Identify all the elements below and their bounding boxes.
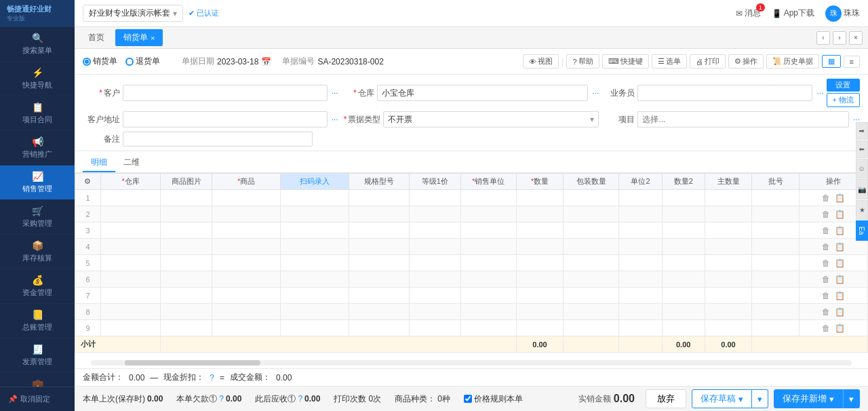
layout-btn2[interactable]: ≡	[844, 56, 860, 68]
company-selector[interactable]: 好业财专业版演示帐套 ▾	[83, 5, 183, 22]
copy-icon[interactable]: 📋	[835, 242, 845, 252]
row-main-qty[interactable]	[705, 239, 752, 255]
sidebar-item-quicknav[interactable]: ⚡ 快捷导航	[0, 62, 75, 96]
row-price1[interactable]	[409, 255, 460, 271]
row-batch[interactable]	[752, 206, 800, 222]
row-main-qty[interactable]	[705, 222, 752, 239]
receivable-help-icon[interactable]: ?	[298, 394, 302, 404]
row-pack-qty[interactable]	[564, 190, 619, 206]
row-product[interactable]	[212, 255, 281, 271]
row-scan[interactable]	[281, 222, 349, 239]
th-spec[interactable]: 规格型号	[349, 174, 409, 190]
row-scan[interactable]	[281, 320, 349, 336]
row-sale-unit[interactable]	[460, 304, 516, 320]
row-qty2[interactable]	[662, 190, 705, 206]
copy-icon[interactable]: 📋	[835, 210, 845, 219]
operate-button[interactable]: ⚙ 操作	[728, 54, 764, 68]
th-scan[interactable]: 扫码录入	[281, 174, 349, 190]
sidebar-item-finance[interactable]: 💰 资金管理	[0, 269, 75, 304]
row-batch[interactable]	[752, 288, 800, 304]
row-batch[interactable]	[752, 239, 800, 255]
price-check-checkbox[interactable]	[464, 395, 472, 403]
staff-input[interactable]	[637, 85, 812, 101]
row-qty[interactable]	[516, 222, 564, 239]
row-sale-unit[interactable]	[460, 222, 516, 239]
row-qty2[interactable]	[662, 271, 705, 288]
row-qty[interactable]	[516, 255, 564, 271]
horizontal-scrollbar[interactable]	[91, 360, 852, 366]
sidebar-item-tax[interactable]: 💼 税务管理	[0, 373, 75, 387]
row-spec[interactable]	[349, 271, 409, 288]
row-batch[interactable]	[752, 320, 800, 336]
row-spec[interactable]	[349, 320, 409, 336]
logistics-button[interactable]: + 物流	[827, 93, 860, 107]
row-qty[interactable]	[516, 288, 564, 304]
row-product[interactable]	[212, 304, 281, 320]
row-product[interactable]	[212, 222, 281, 239]
copy-icon[interactable]: 📋	[835, 258, 845, 268]
radio-sale[interactable]: 销货单	[83, 56, 117, 67]
row-qty[interactable]	[516, 304, 564, 320]
row-qty2[interactable]	[662, 304, 705, 320]
help-icon2[interactable]: ?	[210, 373, 214, 383]
row-warehouse[interactable]	[100, 222, 160, 239]
row-price1[interactable]	[409, 206, 460, 222]
row-unit2[interactable]	[619, 320, 662, 336]
row-warehouse[interactable]	[100, 255, 160, 271]
row-scan[interactable]	[281, 239, 349, 255]
address-dots[interactable]: ···	[332, 115, 338, 124]
row-main-qty[interactable]	[705, 304, 752, 320]
row-product-img[interactable]	[161, 206, 212, 222]
row-product[interactable]	[212, 190, 281, 206]
row-scan[interactable]	[281, 288, 349, 304]
project-input[interactable]	[637, 111, 849, 128]
th-product[interactable]: *商品	[212, 174, 281, 190]
calendar-icon[interactable]: 📅	[261, 57, 271, 66]
row-product-img[interactable]	[161, 320, 212, 336]
float-btn-star[interactable]: ★	[856, 200, 868, 220]
row-unit2[interactable]	[619, 271, 662, 288]
th-batch[interactable]: 批号	[752, 174, 800, 190]
th-product-img[interactable]: 商品图片	[161, 174, 212, 190]
row-price1[interactable]	[409, 271, 460, 288]
select-button[interactable]: ☰ 选单	[652, 54, 687, 68]
shortcut-button[interactable]: ⌨ 快捷键	[602, 54, 649, 68]
row-qty2[interactable]	[662, 222, 705, 239]
scrollbar-thumb[interactable]	[125, 360, 260, 366]
abandon-button[interactable]: 放弃	[646, 389, 686, 408]
row-unit2[interactable]	[619, 190, 662, 206]
th-price1[interactable]: 等级1价	[409, 174, 460, 190]
th-unit2[interactable]: 单位2	[619, 174, 662, 190]
invoice-select[interactable]: 不开票 ▾	[383, 111, 599, 128]
th-pack-qty[interactable]: 包装数量	[564, 174, 619, 190]
row-scan[interactable]	[281, 190, 349, 206]
row-product-img[interactable]	[161, 222, 212, 239]
row-qty2[interactable]	[662, 320, 705, 336]
row-qty[interactable]	[516, 206, 564, 222]
layout-btn1[interactable]: ▦	[822, 55, 841, 68]
delete-icon[interactable]: 🗑	[822, 291, 830, 300]
row-price1[interactable]	[409, 222, 460, 239]
row-unit2[interactable]	[619, 206, 662, 222]
row-main-qty[interactable]	[705, 320, 752, 336]
row-product[interactable]	[212, 288, 281, 304]
customer-input[interactable]	[123, 85, 328, 101]
row-warehouse[interactable]	[100, 304, 160, 320]
staff-dots[interactable]: ···	[816, 88, 823, 98]
row-unit2[interactable]	[619, 288, 662, 304]
float-btn-smile[interactable]: ☺	[856, 159, 868, 178]
row-batch[interactable]	[752, 304, 800, 320]
row-sale-unit[interactable]	[460, 320, 516, 336]
row-pack-qty[interactable]	[564, 320, 619, 336]
delete-icon[interactable]: 🗑	[822, 226, 830, 235]
row-main-qty[interactable]	[705, 190, 752, 206]
row-pack-qty[interactable]	[564, 255, 619, 271]
row-product-img[interactable]	[161, 271, 212, 288]
copy-icon[interactable]: 📋	[835, 307, 845, 317]
float-btn-2[interactable]: ⬇	[856, 140, 868, 158]
app-download-button[interactable]: 📱 App下载	[772, 7, 814, 19]
save-new-button[interactable]: 保存并新增 ▾	[774, 389, 843, 408]
row-qty2[interactable]	[662, 239, 705, 255]
row-batch[interactable]	[752, 255, 800, 271]
row-product-img[interactable]	[161, 288, 212, 304]
